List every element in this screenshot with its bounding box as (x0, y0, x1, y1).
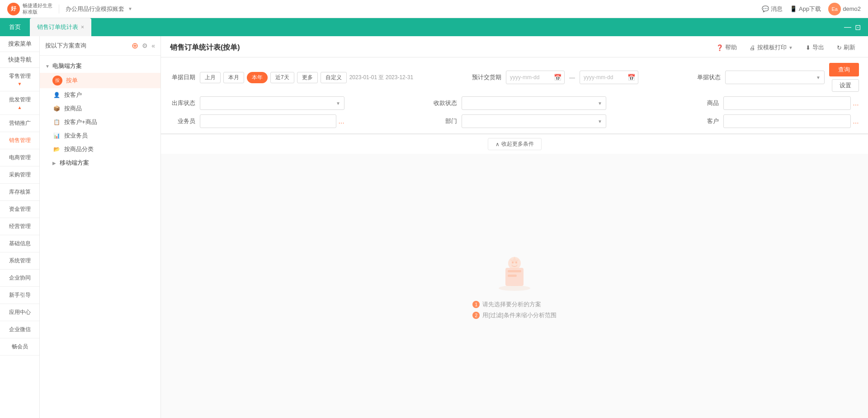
sidebar-quick-nav[interactable]: 快捷导航 (0, 52, 39, 68)
collapse-up-icon: ∧ (495, 141, 500, 147)
scheme-icon-by-goods: 📦 (52, 104, 61, 113)
sidebar-item-wechat[interactable]: 企业微信 (0, 321, 39, 338)
sidebar-item-system[interactable]: 系统管理 (0, 252, 39, 270)
calendar-icon-1[interactable]: 📅 (554, 74, 561, 81)
add-scheme-icon[interactable]: ⊕ (132, 41, 138, 51)
sidebar-item-marketing[interactable]: 营销推广 (0, 115, 39, 132)
settings-scheme-icon[interactable]: ⚙ (142, 42, 148, 49)
collapse-panel-icon[interactable]: « (151, 42, 155, 49)
scheme-item-by-order[interactable]: 按 按单 (40, 73, 160, 88)
refresh-btn[interactable]: ↻ 刷新 (833, 42, 859, 53)
sales-label: 销售管理 (9, 137, 31, 144)
out-status-label: 出库状态 (170, 99, 195, 107)
sidebar-search[interactable]: 搜索菜单 (0, 36, 39, 52)
mobile-expand-icon: ▶ (52, 161, 56, 166)
sidebar-item-guide[interactable]: 新手引导 (0, 287, 39, 304)
user-area[interactable]: Ea demo2 (828, 3, 861, 15)
query-btn-area: 查询 设置 (829, 63, 859, 92)
scheme-item-by-customer[interactable]: 👤 按客户 (40, 88, 160, 102)
left-panel-header: 按以下方案查询 ⊕ ⚙ « (40, 36, 160, 56)
last-month-btn[interactable]: 上月 (200, 72, 221, 83)
sidebar-item-operations[interactable]: 经营管理 (0, 218, 39, 235)
scheme-icon-by-category: 📂 (52, 145, 61, 153)
app-title-arrow: ▼ (128, 6, 132, 11)
sidebar-item-basic[interactable]: 基础信息 (0, 235, 39, 252)
salesperson-input[interactable] (200, 114, 336, 128)
tab-minimize-icon[interactable]: — (844, 23, 851, 31)
refresh-icon: ↻ (837, 44, 842, 51)
logo-area: 好 畅捷通好生意 标准版 (7, 3, 52, 15)
export-icon: ⬇ (806, 44, 811, 51)
settings-btn[interactable]: 设置 (832, 79, 859, 92)
estimated-date-start[interactable]: yyyy-mm-dd 📅 (506, 71, 565, 84)
dept-select[interactable]: ▼ (462, 114, 606, 128)
scheme-item-by-category[interactable]: 📂 按商品分类 (40, 142, 160, 156)
goods-input[interactable] (723, 96, 851, 110)
calendar-icon-2[interactable]: 📅 (627, 74, 635, 81)
this-month-btn[interactable]: 本月 (223, 72, 244, 83)
operations-label: 经营管理 (9, 223, 31, 230)
sidebar-item-wholesale[interactable]: 批发管理 ▲ (0, 91, 39, 115)
receipt-status-select[interactable]: ▼ (462, 96, 606, 110)
this-year-btn[interactable]: 本年 (247, 72, 268, 83)
scheme-label-by-goods: 按商品 (64, 104, 82, 113)
basic-label: 基础信息 (9, 240, 31, 247)
export-btn[interactable]: ⬇ 导出 (802, 42, 828, 53)
sidebar-item-apps[interactable]: 应用中心 (0, 304, 39, 321)
svg-point-0 (499, 285, 530, 291)
goods-dots-btn[interactable]: … (853, 100, 859, 107)
dept-label: 部门 (432, 117, 457, 125)
sidebar-item-ecommerce[interactable]: 电商管理 (0, 149, 39, 166)
sidebar-item-finance[interactable]: 资金管理 (0, 201, 39, 218)
collapse-btn[interactable]: ∧ 收起更多条件 (488, 138, 542, 150)
last7days-btn[interactable]: 近7天 (270, 72, 294, 83)
goods-label: 商品 (693, 99, 719, 107)
left-panel: 按以下方案查询 ⊕ ⚙ « ▼ 电脑端方案 按 按单 (40, 36, 161, 418)
sidebar-item-member[interactable]: 畅会员 (0, 338, 39, 356)
scheme-icon-by-customer-goods: 📋 (52, 118, 61, 126)
sidebar-item-purchase[interactable]: 采购管理 (0, 166, 39, 184)
custom-date-btn[interactable]: 自定义 (321, 72, 347, 83)
tab-maximize-icon[interactable]: ⊡ (855, 23, 861, 32)
sidebar-item-sales[interactable]: 销售管理 (0, 132, 39, 149)
sidebar-item-retail[interactable]: 零售管理 ▼ (0, 68, 39, 91)
sidebar-item-inventory[interactable]: 库存核算 (0, 184, 39, 201)
svg-rect-3 (508, 275, 517, 277)
wholesale-arrow: ▲ (18, 105, 22, 110)
scheme-label-by-category: 按商品分类 (64, 145, 94, 153)
content-area: 按以下方案查询 ⊕ ⚙ « ▼ 电脑端方案 按 按单 (40, 36, 868, 418)
date-range-text: 2023-01-01 至 2023-12-31 (349, 74, 413, 81)
user-name: demo2 (843, 5, 861, 12)
scheme-group-desktop-header[interactable]: ▼ 电脑端方案 (40, 59, 160, 73)
scheme-item-by-customer-goods[interactable]: 📋 按客户+商品 (40, 115, 160, 129)
template-print-btn[interactable]: 🖨 按模板打印 ▼ (746, 42, 797, 53)
main-layout: 搜索菜单 快捷导航 零售管理 ▼ 批发管理 ▲ 营销推广 销售管理 电商管理 采… (0, 36, 868, 418)
app-download-btn[interactable]: 📱 App下载 (790, 5, 821, 13)
scheme-item-by-goods[interactable]: 📦 按商品 (40, 102, 160, 115)
expand-icon: ▼ (45, 64, 50, 69)
customer-input[interactable] (723, 114, 851, 128)
customer-dots-btn[interactable]: … (853, 118, 859, 125)
message-btn[interactable]: 💬 消息 (762, 5, 783, 13)
mobile-scheme-label: 移动端方案 (60, 159, 89, 167)
sidebar-item-enterprise[interactable]: 企业协同 (0, 270, 39, 287)
scheme-group-mobile-header[interactable]: ▶ 移动端方案 (40, 156, 160, 170)
tab-bar-actions: — ⊡ (844, 23, 868, 32)
query-btn[interactable]: 查询 (829, 63, 859, 76)
tab-home[interactable]: 首页 (0, 18, 30, 36)
more-date-btn[interactable]: 更多 (297, 72, 318, 83)
help-btn[interactable]: ❓ 帮助 (712, 42, 741, 53)
salesperson-dots-btn[interactable]: … (338, 118, 344, 125)
estimated-date-end[interactable]: yyyy-mm-dd 📅 (580, 71, 638, 84)
scheme-item-by-salesperson[interactable]: 📊 按业务员 (40, 129, 160, 142)
tab-sales-order[interactable]: 销售订单统计表 × (30, 18, 91, 36)
guide-label: 新手引导 (9, 291, 31, 299)
tab-close-icon[interactable]: × (81, 24, 84, 30)
left-panel-title: 按以下方案查询 (45, 42, 86, 50)
status-select[interactable]: ▼ (725, 71, 825, 84)
app-title-area[interactable]: 办公用品行业模拟账套 ▼ (66, 5, 132, 13)
out-status-select[interactable]: ▼ (200, 96, 344, 110)
inventory-label: 库存核算 (9, 188, 31, 196)
retail-label: 零售管理 (9, 72, 31, 80)
customer-label: 客户 (693, 117, 719, 125)
